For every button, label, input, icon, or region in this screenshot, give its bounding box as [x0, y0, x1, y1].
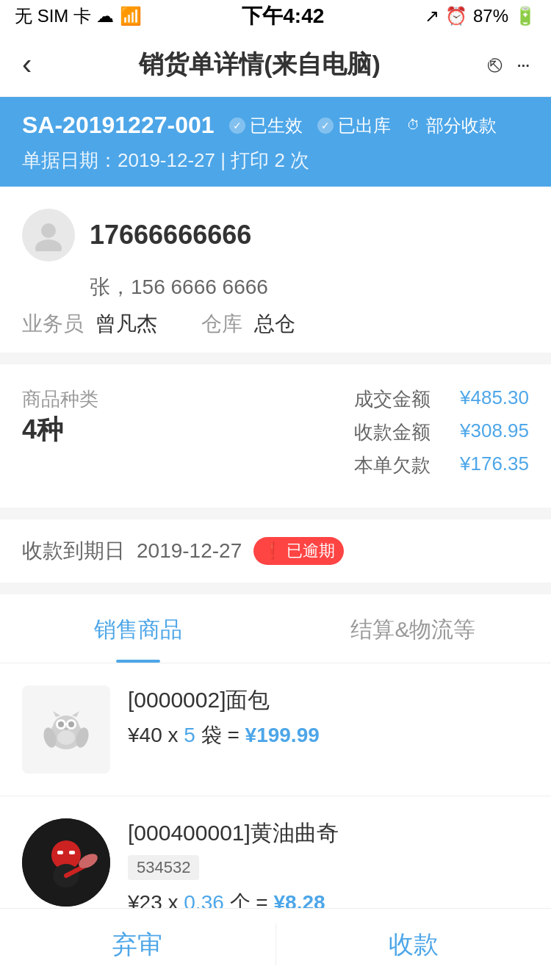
nav-bar: ‹ 销货单详情(来自电脑) ⎋ ··· [0, 32, 551, 97]
svg-marker-9 [53, 711, 60, 717]
svg-point-6 [58, 721, 64, 727]
received-amount-row: 收款金额 ¥308.95 [354, 419, 529, 445]
svg-rect-16 [57, 851, 63, 854]
product-name-1: [0000002]面包 [128, 685, 529, 716]
svg-marker-10 [72, 711, 79, 717]
product-sku-2: 534532 [128, 855, 199, 880]
status-left: 无 SIM 卡 ☁ 📶 [15, 4, 142, 28]
confirm-button[interactable]: 收款 [276, 909, 552, 980]
battery-icon: 🔋 [514, 6, 536, 26]
product-price-1: ¥40 x 5 袋 = ¥199.99 [128, 721, 529, 749]
overdue-badge: ❗ 已逾期 [253, 537, 344, 565]
check-icon-1: ✓ [229, 118, 245, 134]
product-info-1: [0000002]面包 ¥40 x 5 袋 = ¥199.99 [128, 685, 529, 749]
tab-settlement[interactable]: 结算&物流等 [276, 594, 551, 663]
check-icon-2: ✓ [317, 118, 334, 134]
more-button[interactable]: ··· [516, 53, 529, 76]
svg-rect-17 [69, 851, 75, 854]
product-type-label: 商品种类 [22, 386, 98, 412]
location-icon: ↗ [425, 6, 439, 26]
svg-point-0 [41, 223, 56, 238]
product-thumbnail-2 [22, 818, 110, 907]
wifi-icon: 📶 [120, 6, 142, 26]
customer-phone: 17666666666 [90, 220, 251, 251]
due-date-section: 收款到期日 2019-12-27 ❗ 已逾期 [0, 519, 551, 583]
product-thumbnail-1 [22, 685, 110, 774]
avatar [22, 209, 75, 262]
product-name-2: [000400001]黄油曲奇 [128, 818, 529, 849]
page-title: 销货单详情(来自电脑) [139, 48, 381, 82]
nav-right: ⎋ ··· [488, 51, 529, 78]
warning-icon: ❗ [262, 541, 282, 561]
svg-point-13 [57, 730, 75, 745]
owed-amount-row: 本单欠款 ¥176.35 [354, 453, 529, 478]
tab-products[interactable]: 销售商品 [0, 594, 276, 663]
order-date: 单据日期：2019-12-27 | 打印 2 次 [22, 148, 529, 173]
bottom-bar: 弃审 收款 [0, 908, 551, 980]
clock-icon: ⏱ [406, 118, 422, 134]
customer-section: 17666666666 张，156 6666 6666 业务员 曾凡杰 仓库 总… [0, 187, 551, 353]
badge-partial: ⏱ 部分收款 [406, 114, 497, 137]
order-header: SA-20191227-001 ✓ 已生效 ✓ 已出库 ⏱ 部分收款 单据日期：… [0, 97, 551, 187]
back-button[interactable]: ‹ [22, 48, 32, 81]
customer-name: 张，156 6666 6666 [22, 273, 529, 301]
status-bar: 无 SIM 卡 ☁ 📶 下午4:42 ↗ ⏰ 87% 🔋 [0, 0, 551, 32]
nav-left: ‹ [22, 48, 32, 81]
salesperson-info: 业务员 曾凡杰 [22, 310, 157, 338]
share-button[interactable]: ⎋ [488, 51, 502, 78]
status-right: ↗ ⏰ 87% 🔋 [425, 6, 536, 26]
products-list: [0000002]面包 ¥40 x 5 袋 = ¥199.99 [0, 663, 551, 940]
product-info-2: [000400001]黄油曲奇 534532 ¥23 x 0.36 个 = ¥8… [128, 818, 529, 917]
alarm-icon: ⏰ [445, 6, 467, 26]
warehouse-info: 仓库 总仓 [201, 310, 295, 338]
tabs: 销售商品 结算&物流等 [0, 594, 551, 663]
badge-effective: ✓ 已生效 [229, 114, 303, 137]
summary-section: 商品种类 4种 成交金额 ¥485.30 收款金额 ¥308.95 本单欠款 ¥… [0, 364, 551, 508]
badge-outbound: ✓ 已出库 [317, 114, 391, 137]
status-time: 下午4:42 [242, 2, 324, 30]
due-date-label: 收款到期日 [22, 537, 125, 565]
list-item: [0000002]面包 ¥40 x 5 袋 = ¥199.99 [0, 663, 551, 796]
battery-level: 87% [473, 6, 508, 26]
product-type-value: 4种 [22, 412, 98, 448]
deal-amount-row: 成交金额 ¥485.30 [354, 386, 529, 412]
network-status: 无 SIM 卡 ☁ [15, 4, 114, 28]
svg-point-7 [68, 721, 74, 727]
svg-point-1 [35, 239, 62, 251]
order-id: SA-20191227-001 [22, 112, 215, 139]
due-date-value: 2019-12-27 [137, 539, 242, 563]
cancel-button[interactable]: 弃审 [0, 909, 276, 980]
